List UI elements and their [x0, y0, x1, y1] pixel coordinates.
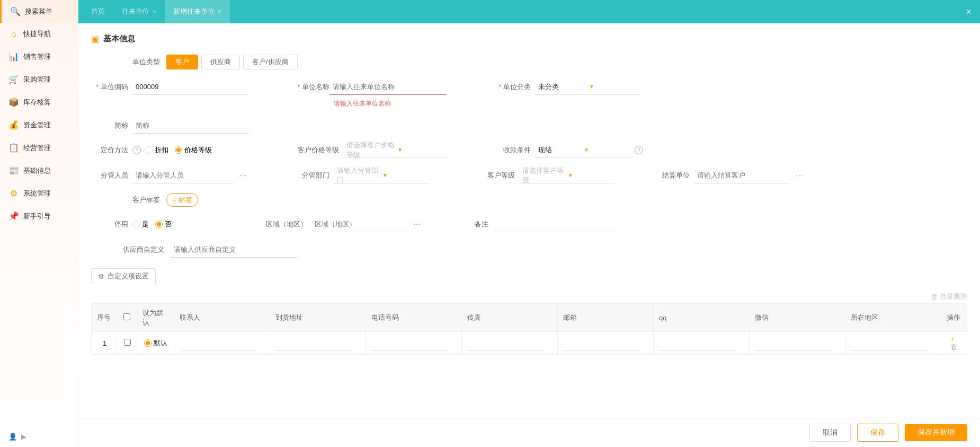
section-basic-info: ▣ 基本信息	[91, 34, 967, 44]
customer-price-label: 客户价格等级	[298, 145, 339, 155]
customer-tag-row: 客户标签 + 标签	[91, 193, 967, 207]
unit-name-label: 单位名称	[292, 82, 329, 92]
row-add-btn[interactable]: +	[950, 335, 955, 343]
custom-settings-btn[interactable]: ⚙ 自定义项设置	[91, 268, 156, 284]
row-address[interactable]	[270, 332, 366, 355]
unit-category-label: 单位分类	[494, 82, 531, 92]
sidebar-item-inventory[interactable]: 📦 库存核算	[0, 91, 78, 113]
form-content: ▣ 基本信息 单位类型 客户 供应商 客户/供应商 单位编码	[78, 23, 980, 418]
col-email: 邮箱	[558, 304, 654, 332]
customer-level-placeholder: 请选择客户等级	[522, 166, 566, 185]
pricing-method-group: 定价方法 ? 折扣 价格等级	[91, 145, 282, 155]
settlement-unit-label: 结算单位	[653, 171, 690, 180]
region-input[interactable]	[311, 216, 407, 232]
sidebar-item-basic-info[interactable]: 📰 基础信息	[0, 159, 78, 182]
save-new-button[interactable]: 保存并新增	[905, 424, 967, 441]
customer-level-select[interactable]: 请选择客户等级 ▼	[519, 168, 614, 183]
tab-partners[interactable]: 往来单位 ×	[113, 0, 165, 23]
row-wechat[interactable]	[749, 332, 845, 355]
supplier-custom-input[interactable]	[171, 242, 298, 258]
department-label: 分管部门	[292, 171, 329, 180]
sidebar-item-search[interactable]: 🔍 搜索菜单	[0, 0, 78, 23]
sidebar-item-finance[interactable]: 💰 资金管理	[0, 113, 78, 136]
row-checkbox[interactable]	[118, 332, 137, 355]
payment-terms-label: 收款条件	[494, 145, 531, 155]
sidebar-item-system[interactable]: ⚙ 系统管理	[0, 182, 78, 205]
settlement-more-btn[interactable]: ···	[794, 171, 805, 180]
add-tag-btn[interactable]: + 标签	[166, 193, 198, 207]
pricing-radio-discount[interactable]: 折扣	[145, 145, 168, 155]
col-checkbox[interactable]	[118, 304, 137, 332]
stop-no-radio[interactable]: 否	[155, 220, 172, 229]
stop-yes-circle	[132, 221, 140, 228]
settlement-unit-input[interactable]	[694, 168, 789, 183]
payment-terms-select[interactable]: 现结 ▼	[535, 142, 630, 158]
row-email[interactable]	[558, 332, 654, 355]
sidebar-item-operations[interactable]: 📋 经营管理	[0, 136, 78, 159]
save-button[interactable]: 保存	[857, 424, 898, 442]
col-wechat: 微信	[749, 304, 845, 332]
tab-partners-close[interactable]: ×	[153, 8, 156, 15]
sidebar-item-quick-nav[interactable]: ⌂ 快捷导航	[0, 23, 78, 45]
col-qq: qq	[653, 304, 749, 332]
supplier-custom-row: 供应商自定义	[91, 242, 967, 258]
col-region: 所在地区	[845, 304, 941, 332]
tab-new-partner-label: 新增往来单位	[173, 7, 215, 16]
tab-bar: 首页 往来单位 × 新增往来单位 × ×	[78, 0, 980, 23]
col-fax: 传真	[462, 304, 558, 332]
tab-new-partner-close[interactable]: ×	[218, 8, 221, 15]
unit-type-customer[interactable]: 客户	[166, 55, 198, 69]
manager-group: 分管人员 ···	[91, 168, 277, 183]
row-default[interactable]: 默认	[137, 332, 174, 355]
manager-input[interactable]	[132, 168, 233, 183]
radio-discount-circle	[145, 146, 153, 154]
inventory-icon: 📦	[8, 97, 19, 107]
stop-yes-radio[interactable]: 是	[132, 220, 149, 229]
department-group: 分管部门 请输入分管部门 ▼	[292, 168, 462, 183]
remark-label: 备注	[451, 220, 488, 229]
row-phone[interactable]	[366, 332, 462, 355]
tab-partners-label: 往来单位	[122, 7, 149, 16]
remark-input[interactable]	[493, 216, 620, 232]
tab-home[interactable]: 首页	[83, 0, 113, 23]
tab-new-partner[interactable]: 新增往来单位 ×	[165, 0, 230, 23]
unit-code-input[interactable]	[132, 79, 249, 95]
sidebar-item-label: 快捷导航	[23, 29, 51, 39]
guide-icon: 📌	[8, 211, 19, 221]
row-delete-btn[interactable]: 🗑	[950, 343, 957, 351]
user-icon: 👤	[8, 433, 17, 441]
sidebar-item-sales[interactable]: 📊 销售管理	[0, 45, 78, 68]
pricing-radio-level[interactable]: 价格等级	[175, 145, 212, 155]
department-select[interactable]: 请输入分管部门 ▼	[334, 168, 429, 183]
unit-name-group: 单位名称 请输入往来单位名称	[292, 79, 478, 108]
radio-level-circle	[175, 146, 182, 154]
department-placeholder: 请输入分管部门	[337, 166, 380, 185]
main-area: 首页 往来单位 × 新增往来单位 × × ▣ 基本信息 单位类型 客户 供应商	[78, 0, 980, 447]
unit-type-both[interactable]: 客户/供应商	[243, 55, 298, 69]
unit-name-input[interactable]	[329, 79, 446, 95]
row-contact[interactable]	[174, 332, 270, 355]
pricing-help-icon[interactable]: ?	[132, 146, 141, 154]
row-fax[interactable]	[462, 332, 558, 355]
manager-more-btn[interactable]: ···	[237, 171, 248, 180]
section-title: 基本信息	[103, 34, 135, 44]
sidebar-item-guide[interactable]: 📌 新手引导	[0, 205, 78, 227]
select-all-checkbox[interactable]	[123, 313, 130, 320]
cancel-button[interactable]: 取消	[809, 424, 851, 442]
row-qq[interactable]	[653, 332, 749, 355]
customer-price-select[interactable]: 请选择客户价格等级 ▼	[343, 142, 449, 158]
unit-type-supplier[interactable]: 供应商	[201, 55, 240, 69]
customer-price-group: 客户价格等级 请选择客户价格等级 ▼	[298, 142, 478, 158]
region-more-btn[interactable]: ···	[411, 220, 422, 229]
batch-delete-label[interactable]: 批量删除	[940, 292, 967, 301]
payment-help-icon[interactable]: ?	[635, 146, 643, 154]
row-select-checkbox[interactable]	[124, 339, 131, 346]
basic-info-icon: 📰	[8, 165, 19, 176]
sidebar-item-purchase[interactable]: 🛒 采购管理	[0, 68, 78, 91]
default-radio[interactable]	[144, 339, 152, 347]
unit-category-select[interactable]: 未分类 ▼	[535, 79, 641, 95]
tab-bar-close-btn[interactable]: ×	[961, 6, 976, 17]
row-region[interactable]	[845, 332, 941, 355]
short-name-input[interactable]	[132, 118, 249, 134]
customer-price-placeholder: 请选择客户价格等级	[346, 141, 395, 160]
